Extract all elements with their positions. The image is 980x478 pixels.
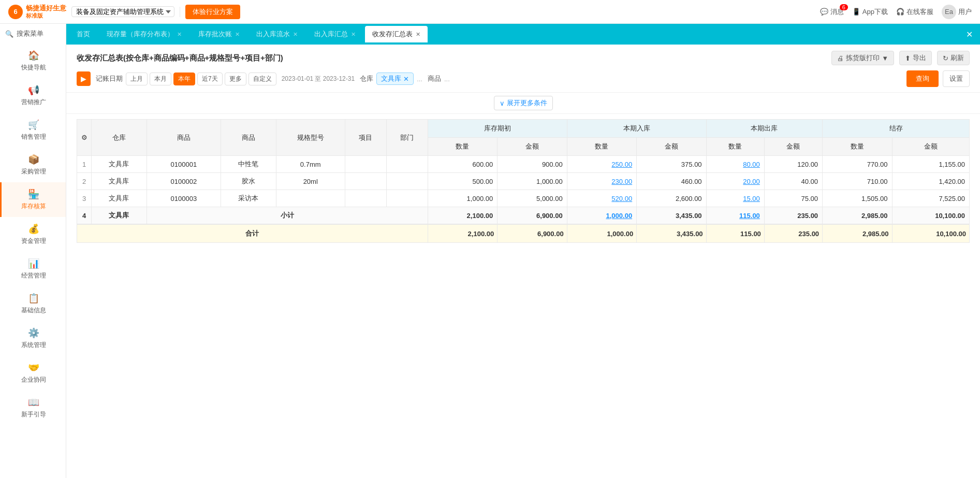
- tab-home[interactable]: 首页: [69, 26, 97, 42]
- tab-stock-dist[interactable]: 现存量（库存分布表） ✕: [99, 26, 189, 42]
- cell-in-amt: 460.00: [637, 173, 706, 190]
- basic-icon: 📋: [28, 293, 39, 304]
- message-button[interactable]: 💬 消息 6: [820, 7, 844, 17]
- export-icon: ⬆: [905, 54, 911, 62]
- cell-balance-amt: 1,155.00: [892, 156, 969, 173]
- export-button[interactable]: ⬆ 导出: [899, 51, 932, 65]
- cell-dept: [386, 156, 428, 173]
- tab-close-recv-send[interactable]: ✕: [416, 31, 420, 38]
- sidebar-item-search[interactable]: 🔍 搜索菜单: [0, 24, 66, 44]
- cell-in-qty[interactable]: 230.00: [567, 173, 636, 190]
- sidebar-item-basic[interactable]: 📋 基础信息: [0, 286, 66, 321]
- date-7days[interactable]: 近7天: [197, 73, 223, 85]
- cell-opening-amt: 900.00: [498, 156, 567, 173]
- cell-warehouse: 文具库: [92, 156, 147, 173]
- subtotal-num: 4: [77, 207, 92, 225]
- print-icon: 🖨: [837, 54, 844, 62]
- tab-inout-summary[interactable]: 出入库汇总 ✕: [307, 26, 363, 42]
- th-out-qty: 数量: [706, 138, 764, 156]
- message-icon: 💬: [820, 8, 828, 16]
- date-more[interactable]: 更多: [225, 73, 246, 85]
- tab-close-inout-flow[interactable]: ✕: [293, 31, 298, 38]
- cell-balance-qty: 770.00: [823, 156, 892, 173]
- subtotal-opening-amt: 6,900.00: [498, 207, 567, 225]
- row-num: 3: [77, 190, 92, 207]
- query-button[interactable]: 查询: [906, 70, 939, 87]
- th-settings[interactable]: ⚙: [77, 120, 92, 156]
- print-button[interactable]: 🖨 拣货版打印 ▼: [831, 51, 894, 65]
- cell-in-amt: 2,600.00: [637, 190, 706, 207]
- warehouse-ellipsis[interactable]: ...: [417, 75, 422, 83]
- sidebar-item-purchase[interactable]: 📦 采购管理: [0, 148, 66, 182]
- tab-inout-flow[interactable]: 出入库流水 ✕: [249, 26, 305, 42]
- th-group-opening: 库存期初: [428, 120, 567, 138]
- logo-area: 6 畅捷通好生意 标准版: [8, 4, 66, 19]
- tab-recv-send[interactable]: 收发存汇总表 ✕: [365, 26, 428, 42]
- page-header: 收发存汇总表(按仓库+商品编码+商品+规格型号+项目+部门) 🖨 拣货版打印 ▼…: [66, 45, 980, 65]
- header-left: 6 畅捷通好生意 标准版 装备及固定资产辅助管理系统 体验行业方案: [8, 4, 240, 19]
- cell-out-qty[interactable]: 20.00: [706, 173, 764, 190]
- sidebar-item-quick-nav[interactable]: 🏠 快捷导航: [0, 44, 66, 78]
- sidebar-item-finance[interactable]: 💰 资金管理: [0, 217, 66, 252]
- cell-in-qty[interactable]: 250.00: [567, 156, 636, 173]
- warehouse-tag-close[interactable]: ✕: [403, 75, 409, 83]
- date-last-month[interactable]: 上月: [126, 73, 148, 85]
- sidebar-item-enterprise[interactable]: 🤝 企业协同: [0, 356, 66, 390]
- sidebar-item-inventory[interactable]: 🏪 库存核算: [0, 182, 66, 217]
- tab-bar-close[interactable]: ✕: [961, 27, 978, 41]
- divider: [180, 7, 180, 17]
- cell-goods-spec: [276, 190, 345, 207]
- online-service-button[interactable]: 🎧 在线客服: [896, 7, 933, 17]
- app-download-button[interactable]: 📱 App下载: [852, 7, 888, 17]
- date-this-month[interactable]: 本月: [150, 73, 171, 85]
- system-name-select[interactable]: 装备及固定资产辅助管理系统: [71, 6, 174, 17]
- cell-out-qty[interactable]: 80.00: [706, 156, 764, 173]
- logo-text: 畅捷通好生意 标准版: [26, 4, 66, 19]
- tab-close-stock-dist[interactable]: ✕: [177, 31, 182, 38]
- th-in-qty: 数量: [567, 138, 636, 156]
- sidebar-item-sales[interactable]: 🛒 销售管理: [0, 113, 66, 148]
- cell-out-amt: 120.00: [764, 156, 822, 173]
- expand-button[interactable]: ∨ 展开更多条件: [494, 96, 553, 110]
- subtotal-warehouse: 文具库: [92, 207, 147, 225]
- date-this-year[interactable]: 本年: [173, 73, 195, 85]
- table-row: 2 文具库 0100002 胶水 20ml 500.00 1,000.00 23…: [77, 173, 970, 190]
- th-opening-qty: 数量: [428, 138, 497, 156]
- user-area[interactable]: Ea 用户: [942, 5, 972, 19]
- sidebar-item-marketing[interactable]: 📢 营销推广: [0, 78, 66, 113]
- total-balance-qty: 2,985.00: [823, 224, 892, 243]
- cell-out-qty[interactable]: 15.00: [706, 190, 764, 207]
- subtotal-in-amt: 3,435.00: [637, 207, 706, 225]
- total-in-qty: 1,000.00: [567, 224, 636, 243]
- tab-close-batch[interactable]: ✕: [235, 31, 240, 38]
- date-buttons: 上月 本月 本年 近7天 更多 自定义: [126, 73, 276, 85]
- table-row: 1 文具库 0100001 中性笔 0.7mm 600.00 900.00 25…: [77, 156, 970, 173]
- content-area: 首页 现存量（库存分布表） ✕ 库存批次账 ✕ 出入库流水 ✕ 出入库汇总 ✕ …: [66, 24, 980, 478]
- tab-close-inout-summary[interactable]: ✕: [351, 31, 356, 38]
- sidebar-item-system[interactable]: ⚙️ 系统管理: [0, 321, 66, 356]
- search-icon: 🔍: [5, 30, 13, 38]
- total-in-amt: 3,435.00: [637, 224, 706, 243]
- sidebar-item-guide[interactable]: 📖 新手引导: [0, 390, 66, 425]
- subtotal-balance-amt: 10,100.00: [892, 207, 969, 225]
- page-actions: 🖨 拣货版打印 ▼ ⬆ 导出 ↻ 刷新: [831, 51, 970, 65]
- filter-toggle-button[interactable]: ▶: [77, 71, 91, 86]
- refresh-button[interactable]: ↻ 刷新: [937, 51, 970, 65]
- goods-ellipsis[interactable]: ...: [444, 75, 450, 83]
- enterprise-icon: 🤝: [28, 362, 39, 373]
- sidebar-item-operation[interactable]: 📊 经营管理: [0, 252, 66, 286]
- th-group-balance: 结存: [823, 120, 970, 138]
- experience-button[interactable]: 体验行业方案: [185, 5, 240, 19]
- cell-out-amt: 40.00: [764, 173, 822, 190]
- cell-in-qty[interactable]: 520.00: [567, 190, 636, 207]
- cell-in-amt: 375.00: [637, 156, 706, 173]
- filter-row: 记账日期 上月 本月 本年 近7天 更多 自定义 2023-01-01 至 20…: [96, 70, 970, 87]
- tab-batch[interactable]: 库存批次账 ✕: [191, 26, 247, 42]
- settings-button[interactable]: 设置: [943, 70, 970, 87]
- th-balance-qty: 数量: [823, 138, 892, 156]
- cell-warehouse: 文具库: [92, 190, 147, 207]
- th-group-out: 本期出库: [706, 120, 823, 138]
- th-group-in: 本期入库: [567, 120, 706, 138]
- logo-icon: 6: [8, 5, 23, 19]
- date-custom[interactable]: 自定义: [248, 73, 276, 85]
